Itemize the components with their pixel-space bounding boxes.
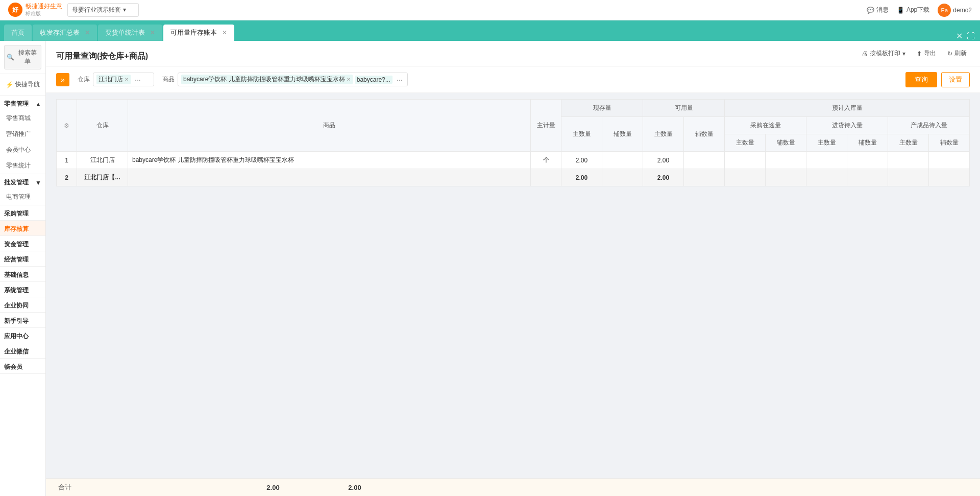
sidebar-vip-title[interactable]: 畅会员 bbox=[0, 359, 45, 373]
filter-bar: » 仓库 江北门店 ✕ ··· 商品 babycare学饮杯 儿童防摔防撞吸管杯… bbox=[46, 66, 980, 93]
message-icon: 💬 bbox=[867, 7, 874, 14]
refresh-btn[interactable]: ↻ 刷新 bbox=[944, 47, 970, 60]
sidebar-item-marketing[interactable]: 营销推广 bbox=[0, 126, 45, 142]
tab-home[interactable]: 首页 bbox=[4, 25, 32, 41]
th-expected-in: 预计入库量 bbox=[725, 100, 970, 117]
th-available: 可用量 bbox=[643, 100, 725, 117]
product-tag-label: babycare学饮杯 儿童防摔防撞吸管杯重力球吸嘴杯宝宝水杯 bbox=[183, 75, 345, 84]
sidebar: 🔍 搜索菜单 ⚡ 快捷导航 零售管理 ▲ 零售商城 营销推广 会员中心 零售统计… bbox=[0, 41, 46, 496]
table-settings-icon[interactable]: ⚙ bbox=[64, 122, 69, 129]
sidebar-item-retail-mall[interactable]: 零售商城 bbox=[0, 110, 45, 126]
page-title-row: 可用量查询(按仓库+商品) bbox=[56, 51, 148, 62]
close-window-icon[interactable]: ✕ bbox=[956, 31, 963, 41]
sidebar-system-title[interactable]: 系统管理 bbox=[0, 282, 45, 297]
cell-no-1: 2 bbox=[57, 169, 77, 186]
header-actions: 🖨 按模板打印 ▾ ⬆ 导出 ↻ 刷新 bbox=[859, 47, 970, 66]
sidebar-inventory-title[interactable]: 库存核算 bbox=[0, 221, 45, 235]
app-download-btn[interactable]: 📱 App下载 bbox=[897, 6, 929, 14]
tab-available-inventory-close[interactable]: ✕ bbox=[222, 29, 227, 36]
product-tag-close[interactable]: ✕ bbox=[347, 77, 351, 82]
cell-avail-main-0: 2.00 bbox=[643, 152, 684, 169]
sidebar-newuser-title[interactable]: 新手引导 bbox=[0, 313, 45, 327]
warehouse-more-icon[interactable]: ··· bbox=[133, 76, 143, 84]
sidebar-apps-title[interactable]: 应用中心 bbox=[0, 328, 45, 343]
username-label: demo2 bbox=[953, 7, 972, 14]
search-menu-btn[interactable]: 🔍 搜索菜单 bbox=[4, 45, 41, 69]
sidebar-basic-info-title[interactable]: 基础信息 bbox=[0, 267, 45, 281]
cell-purchase-transit-main-0 bbox=[725, 152, 766, 169]
cell-stock-aux-1 bbox=[602, 169, 643, 186]
product-filter-label: 商品 bbox=[162, 75, 175, 84]
sidebar-retail-title[interactable]: 零售管理 ▲ bbox=[0, 96, 45, 110]
cell-purchase-pending-aux-0 bbox=[847, 152, 888, 169]
tab-order-stats[interactable]: 要货单统计表 ✕ bbox=[98, 25, 162, 41]
industry-label: 母婴行业演示账套 bbox=[72, 6, 121, 14]
warehouse-filter: 仓库 江北门店 ✕ ··· bbox=[78, 73, 154, 86]
product-filter-tags[interactable]: babycare学饮杯 儿童防摔防撞吸管杯重力球吸嘴杯宝宝水杯 ✕ babyca… bbox=[178, 73, 408, 86]
sidebar-wholesale-title[interactable]: 批发管理 ▼ bbox=[0, 174, 45, 189]
avatar: Ea bbox=[938, 4, 951, 17]
content-area: 可用量查询(按仓库+商品) 🖨 按模板打印 ▾ ⬆ 导出 ↻ 刷新 bbox=[46, 41, 980, 496]
product-tag-babycare: babycare学饮杯 儿童防摔防撞吸管杯重力球吸嘴杯宝宝水杯 ✕ bbox=[181, 75, 353, 84]
sidebar-purchase-title[interactable]: 采购管理 bbox=[0, 205, 45, 220]
sidebar-operations-title[interactable]: 经营管理 bbox=[0, 251, 45, 266]
sidebar-item-retail-stats[interactable]: 零售统计 bbox=[0, 158, 45, 174]
sidebar-collaboration-title[interactable]: 企业协同 bbox=[0, 297, 45, 312]
warehouse-tag-close[interactable]: ✕ bbox=[125, 77, 129, 82]
message-btn[interactable]: 💬 消息 bbox=[867, 6, 889, 14]
tab-order-stats-close[interactable]: ✕ bbox=[150, 29, 155, 36]
export-icon: ⬆ bbox=[917, 50, 922, 57]
data-table: ⚙ 仓库 商品 主计量 现存量 可用量 预计入库量 主数量 辅数量 主数量 辅数… bbox=[56, 99, 970, 186]
maximize-icon[interactable]: ⛶ bbox=[967, 32, 975, 41]
th-product-pending-main: 主数量 bbox=[888, 134, 929, 152]
print-btn[interactable]: 🖨 按模板打印 ▾ bbox=[859, 47, 909, 60]
query-btn[interactable]: 查询 bbox=[905, 72, 937, 87]
sidebar-section-newuser: 新手引导 bbox=[0, 313, 45, 328]
main-layout: 🔍 搜索菜单 ⚡ 快捷导航 零售管理 ▲ 零售商城 营销推广 会员中心 零售统计… bbox=[0, 41, 980, 496]
logo-subtitle: 标准版 bbox=[26, 10, 62, 17]
sidebar-section-finance: 资金管理 bbox=[0, 236, 45, 251]
cell-product-1 bbox=[128, 169, 531, 186]
table-row: 2 江北门店【... 2.00 2.00 bbox=[57, 169, 970, 186]
chevron-up-icon: ▲ bbox=[35, 101, 41, 108]
expand-icon: » bbox=[61, 76, 65, 84]
sidebar-wecom-title[interactable]: 企业微信 bbox=[0, 343, 45, 358]
sidebar-item-members[interactable]: 会员中心 bbox=[0, 142, 45, 158]
cell-stock-main-1: 2.00 bbox=[561, 169, 602, 186]
tab-receive-summary-close[interactable]: ✕ bbox=[85, 29, 90, 36]
print-icon: 🖨 bbox=[862, 50, 868, 57]
chevron-down-icon: ▼ bbox=[35, 179, 41, 186]
sidebar-item-quick-nav[interactable]: ⚡ 快捷导航 bbox=[0, 76, 45, 93]
th-warehouse: 仓库 bbox=[77, 100, 128, 152]
cell-purchase-transit-main-1 bbox=[725, 169, 766, 186]
th-product-pending-aux: 辅数量 bbox=[929, 134, 970, 152]
cell-product-0: babycare学饮杯 儿童防摔防撞吸管杯重力球吸嘴杯宝宝水杯 bbox=[128, 152, 531, 169]
user-area[interactable]: Ea demo2 bbox=[938, 4, 972, 17]
sidebar-finance-title[interactable]: 资金管理 bbox=[0, 236, 45, 251]
tab-available-inventory[interactable]: 可用量库存账本 ✕ bbox=[163, 25, 234, 41]
industry-select[interactable]: 母婴行业演示账套 ▾ bbox=[67, 3, 139, 17]
tab-available-inventory-label: 可用量库存账本 bbox=[170, 28, 217, 37]
footer-stock-main: 2.00 bbox=[253, 484, 293, 491]
warehouse-filter-tags[interactable]: 江北门店 ✕ ··· bbox=[93, 73, 154, 86]
refresh-icon: ↻ bbox=[947, 50, 952, 57]
product-filter: 商品 babycare学饮杯 儿童防摔防撞吸管杯重力球吸嘴杯宝宝水杯 ✕ bab… bbox=[162, 73, 408, 86]
tab-receive-summary[interactable]: 收发存汇总表 ✕ bbox=[33, 25, 97, 41]
export-btn[interactable]: ⬆ 导出 bbox=[914, 47, 939, 60]
th-main-unit: 主计量 bbox=[531, 100, 561, 152]
logo-icon: 好 bbox=[8, 3, 22, 17]
cell-stock-main-0: 2.00 bbox=[561, 152, 602, 169]
cell-purchase-transit-aux-0 bbox=[766, 152, 806, 169]
warehouse-tag-jiangbei: 江北门店 ✕ bbox=[96, 75, 131, 84]
filter-expand-btn[interactable]: » bbox=[56, 73, 69, 86]
settings-btn[interactable]: 设置 bbox=[941, 72, 970, 87]
export-label: 导出 bbox=[924, 49, 936, 58]
sidebar-section-system: 系统管理 bbox=[0, 282, 45, 297]
content-header: 可用量查询(按仓库+商品) 🖨 按模板打印 ▾ ⬆ 导出 ↻ 刷新 bbox=[46, 41, 980, 66]
sidebar-section-collaboration: 企业协同 bbox=[0, 297, 45, 313]
sidebar-section-basic-info: 基础信息 bbox=[0, 267, 45, 282]
sidebar-item-ecommerce[interactable]: 电商管理 bbox=[0, 189, 45, 205]
product-more-icon[interactable]: ··· bbox=[395, 76, 405, 84]
cell-avail-aux-0 bbox=[684, 152, 725, 169]
table-footer: 合计 2.00 2.00 bbox=[46, 478, 980, 496]
